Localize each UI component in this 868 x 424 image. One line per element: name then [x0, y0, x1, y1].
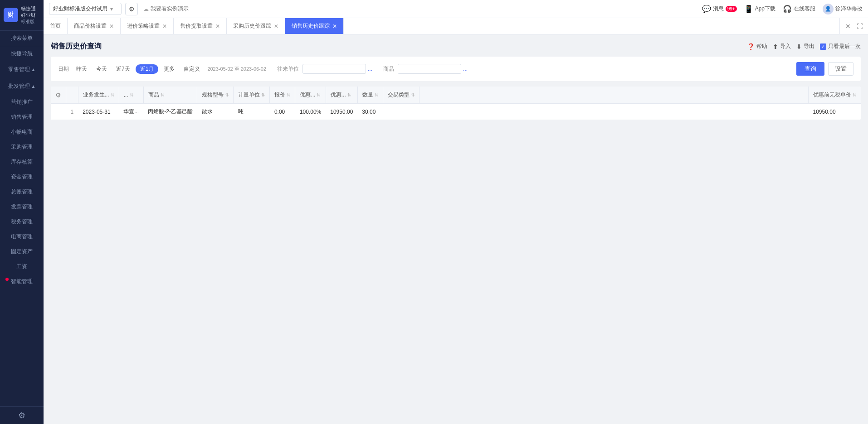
product-filter-group: 商品 ... — [383, 64, 468, 74]
sidebar-search[interactable]: 搜索菜单 — [0, 31, 44, 46]
date-btn-1month[interactable]: 近1月 — [136, 64, 159, 74]
col-price[interactable]: 报价 ⇅ — [270, 87, 295, 104]
app-name: 畅捷通好业财 — [21, 5, 40, 19]
sort-icon: ⇅ — [853, 92, 856, 97]
app-download-btn[interactable]: 📱 App下载 — [744, 5, 775, 13]
col-discount-price[interactable]: 优惠... ⇅ — [326, 87, 357, 104]
sidebar-settings-btn[interactable]: ⚙ — [0, 406, 44, 424]
product-filter-label: 商品 — [383, 65, 394, 73]
sidebar-item-label-wholesale: 批发管理 — [8, 82, 30, 90]
only-last-checkbox-wrap[interactable]: ✓ 只看最后一次 — [820, 43, 861, 50]
gear-settings-btn[interactable]: ⚙ — [125, 3, 138, 15]
tabs-container: 首页 商品价格设置 ✕ 进价策略设置 ✕ 售价提取设置 ✕ 采购历史价跟踪 ✕ … — [44, 18, 839, 34]
sidebar-item-smart[interactable]: 智能管理 — [0, 274, 44, 289]
sidebar-item-payroll[interactable]: 工资 — [0, 259, 44, 274]
tab-close-product-price[interactable]: ✕ — [109, 23, 114, 29]
from-unit-ellipsis-btn[interactable]: ... — [368, 66, 372, 72]
sidebar-item-retail[interactable]: 零售管理 ▲ — [0, 61, 44, 78]
date-btn-today[interactable]: 今天 — [93, 64, 111, 74]
messages-btn[interactable]: 💬 消息 99+ — [702, 5, 737, 13]
col-unit[interactable]: 计量单位 ⇅ — [234, 87, 270, 104]
sidebar-item-sales[interactable]: 销售管理 — [0, 110, 44, 125]
tab-close-price-extract[interactable]: ✕ — [215, 23, 220, 29]
sidebar-item-label-retail: 零售管理 — [8, 66, 30, 73]
date-btn-7days[interactable]: 近7天 — [112, 64, 134, 74]
col-product[interactable]: 商品 ⇅ — [143, 87, 197, 104]
sidebar: 财 畅捷通好业财 标准版 搜索菜单 快捷导航 零售管理 ▲ 批发管理 ▲ 营销推… — [0, 0, 44, 424]
sort-icon: ⇅ — [111, 92, 114, 97]
date-btn-custom[interactable]: 自定义 — [180, 64, 204, 74]
date-btn-yesterday[interactable]: 昨天 — [73, 64, 91, 74]
sidebar-item-ecommerce-light[interactable]: 小畅电商 — [0, 125, 44, 140]
tab-pricing-strategy[interactable]: 进价策略设置 ✕ — [121, 18, 174, 34]
tab-sales-history[interactable]: 销售历史价跟踪 ✕ — [285, 18, 344, 34]
module-dropdown-arrow: ▾ — [110, 6, 113, 12]
user-menu-btn[interactable]: 👤 徐泽华修改 — [823, 4, 863, 14]
import-icon: ⬆ — [773, 43, 778, 50]
sidebar-item-inventory[interactable]: 库存核算 — [0, 154, 44, 169]
settings-btn[interactable]: 设置 — [828, 62, 853, 76]
tab-product-price[interactable]: 商品价格设置 ✕ — [68, 18, 121, 34]
col-spec[interactable]: 规格型号 ⇅ — [197, 87, 234, 104]
tab-purchase-history-label: 采购历史价跟踪 — [233, 22, 271, 30]
from-unit-label: 往来单位 — [277, 65, 299, 73]
tab-price-extract[interactable]: 售价提取设置 ✕ — [174, 18, 227, 34]
tab-sales-history-label: 销售历史价跟踪 — [292, 22, 330, 30]
only-last-checkbox[interactable]: ✓ — [820, 43, 826, 50]
col-discount-rate[interactable]: 优惠... ⇅ — [295, 87, 326, 104]
row-unit: 吨 — [234, 104, 270, 120]
col-quantity[interactable]: 数量 ⇅ — [357, 87, 383, 104]
help-btn[interactable]: ❓ 帮助 — [747, 43, 767, 50]
messages-badge: 99+ — [726, 6, 737, 12]
demo-btn[interactable]: ☁ 我要看实例演示 — [143, 5, 189, 13]
row-price: 0.00 — [270, 104, 295, 120]
col-biz-date[interactable]: 业务发生... ⇅ — [78, 87, 119, 104]
page-header: 销售历史价查询 ❓ 帮助 ⬆ 导入 ⬇ 导出 ✓ 只看最后一次 — [51, 42, 861, 51]
sidebar-item-fixed-assets[interactable]: 固定资产 — [0, 244, 44, 259]
import-btn[interactable]: ⬆ 导入 — [773, 43, 791, 50]
main-area: 好业财标准版交付试用 ▾ ⚙ ☁ 我要看实例演示 💬 消息 99+ 📱 App下… — [44, 0, 868, 424]
product-ellipsis-btn[interactable]: ... — [463, 66, 468, 72]
sidebar-item-ecommerce[interactable]: 电商管理 — [0, 229, 44, 244]
tab-close-purchase-history[interactable]: ✕ — [274, 23, 278, 29]
win-close-btn[interactable]: ✕ — [843, 21, 853, 32]
tab-close-pricing-strategy[interactable]: ✕ — [162, 23, 167, 29]
col-trans-type[interactable]: 交易类型 ⇅ — [383, 87, 419, 104]
sidebar-item-wholesale[interactable]: 批发管理 ▲ — [0, 78, 44, 95]
product-input[interactable] — [398, 64, 461, 74]
sidebar-item-invoice[interactable]: 发票管理 — [0, 199, 44, 214]
win-maximize-btn[interactable]: ⛶ — [854, 21, 865, 32]
row-pre-tax-price: 10950.00 — [809, 104, 861, 120]
tab-home[interactable]: 首页 — [44, 18, 68, 34]
col-pre-tax-price[interactable]: 优惠前无税单价 ⇅ — [809, 87, 861, 104]
col-extra[interactable]: ... ⇅ — [119, 87, 143, 104]
row-quantity: 30.00 — [357, 104, 383, 120]
from-unit-input[interactable] — [302, 64, 366, 74]
sidebar-quick-nav[interactable]: 快捷导航 — [0, 46, 44, 61]
query-btn[interactable]: 查询 — [796, 62, 824, 76]
sidebar-item-marketing[interactable]: 营销推广 — [0, 95, 44, 110]
table-gear-icon[interactable]: ⚙ — [55, 92, 61, 99]
table-row: 1 2023-05-31 华查... 丙烯酸-2-乙基己酯 散水 吨 0.00 … — [51, 104, 861, 120]
col-row-num — [66, 87, 78, 104]
online-service-btn[interactable]: 🎧 在线客服 — [783, 5, 815, 13]
sidebar-item-purchase[interactable]: 采购管理 — [0, 140, 44, 154]
row-gear-cell — [51, 104, 66, 120]
module-selector[interactable]: 好业财标准版交付试用 ▾ — [49, 3, 122, 15]
table-header-row: ⚙ 业务发生... ⇅ ... ⇅ — [51, 87, 861, 104]
settings-icon: ⚙ — [18, 411, 25, 420]
help-icon: ❓ — [747, 43, 755, 50]
tab-price-extract-label: 售价提取设置 — [180, 22, 213, 30]
sidebar-item-tax[interactable]: 税务管理 — [0, 214, 44, 229]
messages-label: 消息 — [713, 5, 724, 13]
date-btn-more[interactable]: 更多 — [160, 64, 178, 74]
tab-purchase-history[interactable]: 采购历史价跟踪 ✕ — [227, 18, 285, 34]
date-filter-label: 日期 — [58, 65, 69, 73]
sort-icon: ⇅ — [317, 92, 320, 97]
sidebar-item-ledger[interactable]: 总账管理 — [0, 184, 44, 199]
tab-close-sales-history[interactable]: ✕ — [332, 23, 337, 29]
export-btn[interactable]: ⬇ 导出 — [796, 43, 814, 50]
data-table-wrap: ⚙ 业务发生... ⇅ ... ⇅ — [51, 87, 861, 120]
message-icon: 💬 — [702, 5, 711, 13]
sidebar-item-finance[interactable]: 资金管理 — [0, 169, 44, 184]
